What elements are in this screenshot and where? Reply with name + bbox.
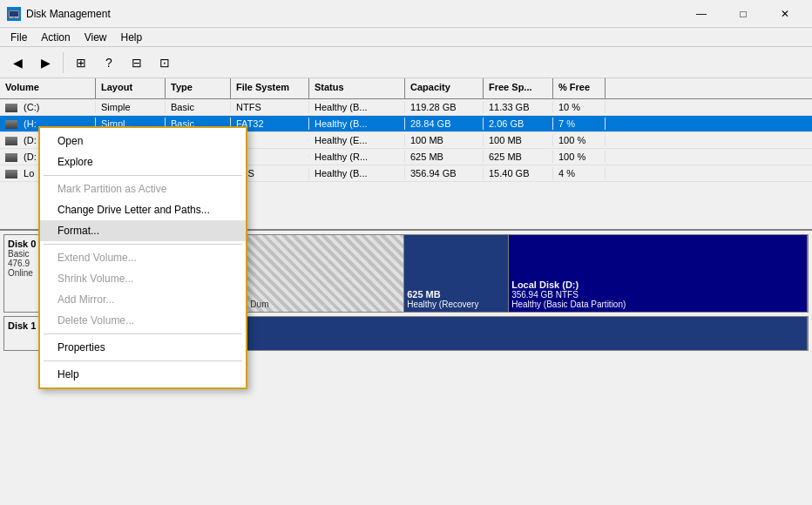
cell-volume-0: (C:) [0,101,96,113]
context-menu-mark-active: Mark Partition as Active [40,178,246,199]
toolbar-back[interactable]: ◀ [5,50,30,75]
disk-icon-4 [5,170,17,178]
menu-view[interactable]: View [78,30,114,45]
cell-type-0: Basic [166,101,231,113]
context-menu-sep-4 [44,360,242,361]
cell-freesp-4: 15.40 GB [484,167,553,179]
cell-status-1: Healthy (B... [309,118,405,130]
context-menu-delete: Delete Volume... [40,310,246,331]
context-menu-sep-2 [44,244,242,245]
header-status[interactable]: Status [309,78,405,98]
cell-capacity-4: 356.94 GB [405,167,484,179]
disk-icon-0 [5,104,17,112]
context-menu-add-mirror: Add Mirror... [40,289,246,310]
cell-capacity-2: 100 MB [405,134,484,146]
context-menu-explore[interactable]: Explore [40,152,246,172]
context-menu-sep-1 [44,175,242,176]
context-menu-overlay: Open Explore Mark Partition as Active Ch… [38,126,247,389]
title-bar: Disk Management — □ ✕ [0,0,812,28]
cell-freesp-0: 11.33 GB [484,101,553,113]
context-menu-extend: Extend Volume... [40,247,246,268]
svg-point-2 [13,17,15,18]
cell-layout-0: Simple [96,101,166,113]
cell-pctfree-1: 7 % [553,118,606,130]
context-menu-properties[interactable]: Properties [40,337,246,358]
close-button[interactable]: ✕ [765,0,805,28]
toolbar-separator-1 [63,52,64,73]
cell-status-2: Healthy (E... [309,134,405,146]
title-bar-controls: — □ ✕ [681,0,805,28]
toolbar-detail[interactable]: ⊡ [152,50,177,75]
app-icon [7,7,21,21]
table-row[interactable]: (C:) Simple Basic NTFS Healthy (B... 119… [0,99,812,116]
maximize-button[interactable]: □ [723,0,763,28]
cell-fs-0: NTFS [231,101,309,113]
menu-action[interactable]: Action [34,30,77,45]
context-menu-open[interactable]: Open [40,131,246,152]
context-menu: Open Explore Mark Partition as Active Ch… [38,126,247,389]
toolbar-grid[interactable]: ⊞ [69,50,93,75]
table-header: Volume Layout Type File System Status Ca… [0,78,812,99]
cell-freesp-1: 2.06 GB [484,118,553,130]
cell-status-4: Healthy (B... [309,167,405,179]
cell-capacity-0: 119.28 GB [405,101,484,113]
context-menu-help[interactable]: Help [40,364,246,385]
cell-capacity-1: 28.84 GB [405,118,484,130]
disk-icon-1 [5,120,17,129]
cell-pctfree-3: 100 % [553,151,606,163]
svg-rect-1 [10,11,18,17]
menu-bar: File Action View Help [0,28,812,47]
menu-help[interactable]: Help [114,30,150,45]
toolbar-list[interactable]: ⊟ [125,50,149,75]
partition-0-4[interactable]: Local Disk (D:) 356.94 GB NTFS Healthy (… [509,235,808,312]
cell-freesp-2: 100 MB [484,134,553,146]
header-type[interactable]: Type [166,78,231,98]
context-menu-shrink: Shrink Volume... [40,268,246,289]
menu-file[interactable]: File [3,30,34,45]
header-pctfree[interactable]: % Free [553,78,606,98]
cell-status-0: Healthy (B... [309,101,405,113]
minimize-button[interactable]: — [681,0,721,28]
title-bar-title: Disk Management [26,8,681,20]
header-fs[interactable]: File System [231,78,309,98]
cell-pctfree-4: 4 % [553,167,606,179]
header-capacity[interactable]: Capacity [405,78,484,98]
disk-icon-2 [5,137,17,145]
partition-0-3[interactable]: 625 MB Healthy (Recovery [404,235,509,312]
cell-status-3: Healthy (R... [309,151,405,163]
disk-icon-3 [5,153,17,162]
context-menu-sep-3 [44,333,242,334]
header-freesp[interactable]: Free Sp... [484,78,553,98]
toolbar-forward[interactable]: ▶ [33,50,58,75]
toolbar-help[interactable]: ? [97,50,121,75]
toolbar: ◀ ▶ ⊞ ? ⊟ ⊡ [0,47,812,78]
context-menu-format[interactable]: Format... [40,220,246,241]
cell-pctfree-2: 100 % [553,134,606,146]
cell-pctfree-0: 10 % [553,101,606,113]
cell-freesp-3: 625 MB [484,151,553,163]
header-volume[interactable]: Volume [0,78,96,98]
context-menu-change-letter[interactable]: Change Drive Letter and Paths... [40,199,246,220]
header-layout[interactable]: Layout [96,78,166,98]
cell-capacity-3: 625 MB [405,151,484,163]
